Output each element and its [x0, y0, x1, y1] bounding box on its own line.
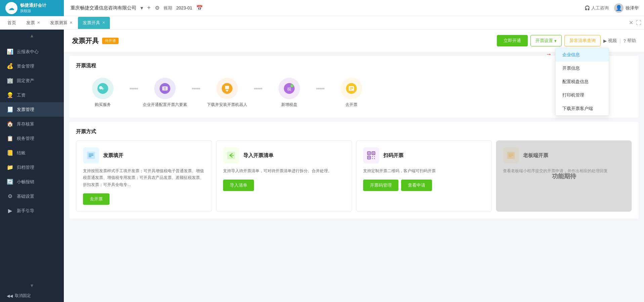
logo-subtitle: 旗舰版: [20, 8, 46, 13]
method-qr-title: 扫码开票: [383, 152, 403, 159]
settings-button[interactable]: 开票设置 ▾: [530, 35, 562, 46]
red-arrow-icon: →: [546, 51, 552, 58]
invoice-icon: 🧾: [7, 106, 13, 113]
video-button[interactable]: ▶ 视频: [603, 38, 617, 44]
flow-label-4: 新增税盘: [281, 102, 297, 108]
expense-label: 小畅报销: [17, 179, 34, 185]
archive-icon: 📁: [7, 164, 13, 171]
inventory-label: 库存核算: [17, 121, 34, 127]
method-card-qr: 扫码开票 支持定制开票二维码，客户端可扫码开票 开票码管理 查看申请: [356, 140, 492, 212]
finance-label: 资金管理: [17, 63, 34, 69]
svg-rect-33: [374, 158, 375, 159]
dropdown-item-tax-disk[interactable]: 配置税盘信息: [556, 75, 609, 88]
guide-label: 新手引导: [17, 208, 34, 214]
scroll-up-icon[interactable]: ▲: [0, 32, 64, 40]
tab-invoice-open-close[interactable]: ✕: [102, 21, 105, 25]
sidebar-item-inventory[interactable]: 🏠 库存核算: [0, 117, 64, 131]
flow-connector-2: [192, 88, 200, 89]
help-button[interactable]: ? 帮助: [624, 38, 636, 44]
sidebar-item-finance[interactable]: 💰 资金管理: [0, 59, 64, 73]
flow-icon-5: [341, 78, 362, 99]
company-info-label: 企业信息: [562, 52, 580, 58]
headset-icon: 🎧: [585, 5, 590, 10]
flow-step-2: 企业开通配置开票六要素: [138, 78, 192, 108]
sidebar-item-close[interactable]: 📒 结账: [0, 146, 64, 160]
method-qr-header: 扫码开票: [363, 147, 485, 163]
method-card-boss: 老板端开票 查看老板端小程序提交的开票申请，并作出相应的处理回复 功能期待: [496, 140, 632, 212]
svg-rect-8: [225, 86, 229, 89]
scroll-down-icon[interactable]: ▼: [0, 281, 64, 290]
flow-label-1: 购买服务: [95, 102, 111, 108]
svg-rect-27: [373, 152, 374, 154]
sidebar-item-settings[interactable]: ⚙ 基础设置: [0, 189, 64, 203]
header-actions: 立即开通 开票设置 ▾ 异常清单查询 ▶ 视频 | ? 帮助: [497, 35, 636, 46]
sidebar-item-salary[interactable]: 👷 工资: [0, 88, 64, 102]
fill-invoice-button[interactable]: 去开票: [83, 193, 110, 205]
qr-manage-button[interactable]: 开票码管理: [363, 180, 398, 191]
tab-close-button[interactable]: ✕: [629, 20, 633, 26]
dropdown-icon[interactable]: ▾: [140, 5, 143, 11]
methods-grid: 发票填开 支持按照发票样式手工填开发票；可开具增值税电子普通发票、增值税普通发票…: [76, 140, 632, 212]
flow-label-3: 下载并安装开票机器人: [207, 102, 247, 108]
sidebar-item-invoice[interactable]: 🧾 发票管理: [0, 102, 64, 117]
settings-chevron-icon: ▾: [554, 38, 557, 43]
flow-label-2: 企业开通配置开票六要素: [143, 102, 187, 108]
inventory-icon: 🏠: [7, 121, 13, 127]
svg-point-2: [99, 86, 102, 89]
calendar-icon[interactable]: 📅: [196, 5, 203, 11]
sidebar-item-expense[interactable]: 🔄 小畅报销: [0, 175, 64, 189]
consult-button[interactable]: 🎧 人工咨询: [585, 5, 609, 11]
sidebar-cancel[interactable]: ◀◀ 取消固定: [0, 290, 64, 302]
play-icon: ▶: [603, 38, 607, 43]
salary-label: 工资: [17, 92, 26, 98]
settings-nav-label: 基础设置: [17, 193, 34, 199]
dropdown-item-invoice-info[interactable]: 开票信息: [556, 62, 609, 75]
settings-dropdown: 企业信息 → 开票信息 配置税盘信息 打印机管理 下载开票客户端: [555, 48, 609, 116]
user-avatar: 👤: [614, 3, 624, 13]
consult-label: 人工咨询: [591, 5, 609, 11]
import-list-button[interactable]: 导入清单: [223, 180, 254, 191]
tab-invoice-label: 发票: [26, 20, 35, 26]
sidebar-item-assets[interactable]: 🏢 固定资产: [0, 73, 64, 88]
qr-apply-button[interactable]: 查看申请: [401, 180, 432, 191]
abnormal-button[interactable]: 异常清单查询: [564, 35, 601, 46]
tab-bar-right: ✕ ⛶: [629, 20, 641, 26]
tab-invoice-calc-close[interactable]: ✕: [70, 21, 73, 25]
dropdown-item-printer[interactable]: 打印机管理: [556, 88, 609, 102]
add-button[interactable]: +: [147, 4, 151, 11]
settings-icon[interactable]: ⚙: [155, 5, 160, 11]
sidebar-item-guide[interactable]: ▶ 新手引导: [0, 203, 64, 218]
flow-icon-1: +: [92, 78, 114, 99]
flow-connector-1: [130, 88, 138, 89]
dropdown-item-company[interactable]: 企业信息 →: [556, 48, 609, 62]
tab-home[interactable]: 首页: [3, 17, 21, 29]
tab-expand-button[interactable]: ⛶: [636, 20, 641, 26]
guide-icon: ▶: [7, 207, 13, 214]
cancel-icon: ◀◀: [7, 294, 13, 298]
tab-invoice-calc[interactable]: 发票测算 ✕: [45, 17, 77, 29]
dropdown-item-download[interactable]: 下载开票客户端: [556, 102, 609, 115]
main-layout: ▲ 📊 云报表中心 💰 资金管理 🏢 固定资产 👷 工资 🧾 发票管理: [0, 30, 644, 302]
expense-icon: 🔄: [7, 179, 13, 185]
method-qr-icon: [363, 147, 379, 163]
qr-buttons: 开票码管理 查看申请: [363, 180, 485, 191]
tab-invoice-close[interactable]: ✕: [37, 21, 40, 25]
reports-icon: 📊: [7, 48, 13, 55]
activate-button[interactable]: 立即开通: [497, 35, 528, 46]
user-info[interactable]: 👤 徐泽华: [614, 3, 639, 13]
status-badge: 待开通: [102, 38, 119, 44]
sidebar-scroll-up[interactable]: ▲: [0, 30, 64, 42]
flow-step-5: 去开票: [325, 78, 378, 108]
sidebar-item-tax[interactable]: 📋 税务管理: [0, 131, 64, 146]
user-name: 徐泽华: [626, 5, 639, 11]
sidebar-item-reports[interactable]: 📊 云报表中心: [0, 44, 64, 59]
tab-invoice-open[interactable]: 发票开具 ✕: [78, 17, 110, 29]
tab-home-label: 首页: [7, 20, 16, 26]
tab-invoice[interactable]: 发票 ✕: [22, 17, 45, 29]
settings-nav-icon: ⚙: [7, 193, 13, 199]
sidebar-item-archive[interactable]: 📁 归档管理: [0, 160, 64, 175]
top-bar: ☁ 畅捷通好会计 旗舰版 重庆畅捷交通信息咨询有限公司 ▾ + ⚙ 账期 202…: [0, 0, 644, 16]
svg-text:税: 税: [287, 87, 291, 91]
method-import-icon: [223, 147, 239, 163]
method-card-import: 导入开票清单 支持导入待开票清单，可对待开票清单进行拆分、合并处理。 导入清单: [216, 140, 352, 212]
